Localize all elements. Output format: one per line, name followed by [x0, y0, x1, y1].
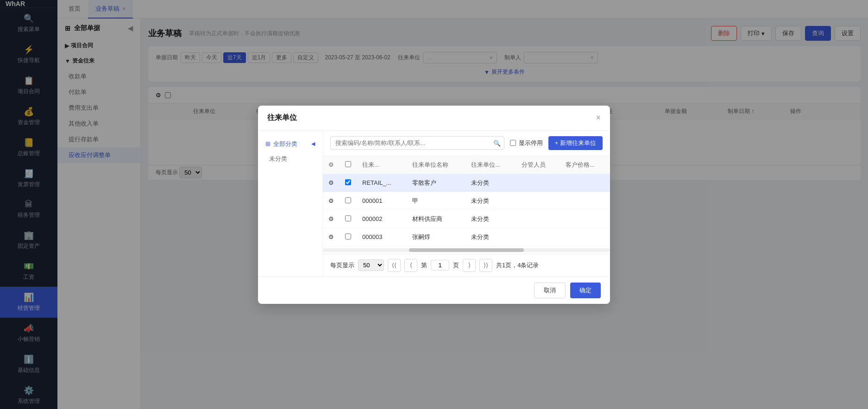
row-name: 材料供应商 [407, 210, 465, 228]
modal-header: 往来单位 × [258, 106, 610, 131]
modal-col-manager: 分管人员 [516, 156, 560, 174]
row-price [560, 192, 610, 210]
row-name: 甲 [407, 192, 465, 210]
modal-sidebar: ⊞ 全部分类 ◀ 未分类 [258, 131, 323, 277]
modal-col-checkbox [340, 156, 357, 174]
page-suffix: 页 [453, 261, 459, 270]
row-name: 张嗣焞 [407, 228, 465, 246]
partner-search-input[interactable] [330, 136, 504, 150]
confirm-button[interactable]: 确定 [570, 283, 601, 298]
search-icon: 🔍 [493, 139, 501, 146]
partner-modal: 往来单位 × ⊞ 全部分类 ◀ 未分类 [258, 106, 610, 304]
modal-col-code: 往来... [357, 156, 407, 174]
row-settings[interactable]: ⚙ [323, 192, 340, 210]
row-code: 000003 [357, 228, 407, 246]
modal-table-row[interactable]: ⚙ 000002 材料供应商 未分类 [323, 210, 610, 228]
row-manager [516, 174, 560, 192]
row-category: 未分类 [465, 174, 516, 192]
row-category: 未分类 [465, 192, 516, 210]
row-settings[interactable]: ⚙ [323, 174, 340, 192]
modal-select-all[interactable] [345, 161, 351, 167]
row-code: 000001 [357, 192, 407, 210]
modal-footer: 取消 确定 [258, 277, 610, 304]
row-checkbox[interactable] [340, 192, 357, 210]
scrollbar-thumb [409, 248, 524, 252]
show-disabled-label[interactable]: 显示停用 [510, 139, 543, 147]
show-disabled-checkbox[interactable] [510, 140, 516, 146]
row-name: 零散客户 [407, 174, 465, 192]
modal-sidebar-all-categories[interactable]: ⊞ 全部分类 ◀ [258, 136, 322, 152]
modal-body: ⊞ 全部分类 ◀ 未分类 🔍 显示停用 [258, 131, 610, 277]
total-text: 共1页，4条记录 [496, 261, 539, 270]
modal-table-row[interactable]: ⚙ 000003 张嗣焞 未分类 [323, 228, 610, 246]
modal-table: ⚙ 往来... 往来单位名称 往来单位... 分管人员 客户价格... ⚙ [323, 156, 610, 254]
row-manager [516, 228, 560, 246]
modal-page-size-select[interactable]: 10 20 50 100 [358, 259, 384, 271]
modal-search-bar: 🔍 显示停用 + 新增往来单位 [323, 131, 610, 156]
modal-overlay: 往来单位 × ⊞ 全部分类 ◀ 未分类 [0, 0, 868, 409]
search-input-wrap: 🔍 [330, 136, 504, 150]
row-category: 未分类 [465, 210, 516, 228]
modal-sidebar-uncategorized[interactable]: 未分类 [258, 152, 322, 166]
modal-title: 往来单位 [267, 113, 297, 123]
page-number-input[interactable] [431, 260, 449, 271]
row-manager [516, 210, 560, 228]
row-settings[interactable]: ⚙ [323, 210, 340, 228]
modal-col-settings: ⚙ [323, 156, 340, 174]
page-size-label: 每页显示 [330, 261, 354, 270]
collapse-modal-sidebar-icon[interactable]: ◀ [311, 141, 315, 147]
prev-page-button[interactable]: ⟨ [404, 259, 417, 272]
row-manager [516, 192, 560, 210]
modal-table-row[interactable]: ⚙ RETAIL_... 零散客户 未分类 [323, 174, 610, 192]
first-page-button[interactable]: ⟨⟨ [388, 259, 401, 272]
row-checkbox[interactable] [340, 174, 357, 192]
row-code: 000002 [357, 210, 407, 228]
modal-table-row[interactable]: ⚙ 000001 甲 未分类 [323, 192, 610, 210]
cancel-button[interactable]: 取消 [534, 283, 566, 298]
row-price [560, 210, 610, 228]
row-price [560, 228, 610, 246]
page-word: 第 [421, 261, 427, 270]
modal-scrollbar[interactable] [323, 248, 610, 252]
row-price [560, 174, 610, 192]
modal-close-button[interactable]: × [596, 113, 601, 123]
modal-col-name: 往来单位名称 [407, 156, 465, 174]
row-code: RETAIL_... [357, 174, 407, 192]
last-page-button[interactable]: ⟩⟩ [479, 259, 492, 272]
add-partner-button[interactable]: + 新增往来单位 [548, 136, 603, 150]
row-category: 未分类 [465, 228, 516, 246]
modal-pagination: 每页显示 10 20 50 100 ⟨⟨ ⟨ 第 页 ⟩ ⟩⟩ 共1页，4条记录 [323, 254, 610, 277]
modal-col-price: 客户价格... [560, 156, 610, 174]
grid-icon: ⊞ [265, 140, 270, 147]
modal-content: 🔍 显示停用 + 新增往来单位 ⚙ [323, 131, 610, 277]
row-settings[interactable]: ⚙ [323, 228, 340, 246]
row-checkbox[interactable] [340, 210, 357, 228]
next-page-button[interactable]: ⟩ [463, 259, 476, 272]
modal-col-category: 往来单位... [465, 156, 516, 174]
modal-table-header: ⚙ 往来... 往来单位名称 往来单位... 分管人员 客户价格... [323, 156, 610, 174]
row-checkbox[interactable] [340, 228, 357, 246]
